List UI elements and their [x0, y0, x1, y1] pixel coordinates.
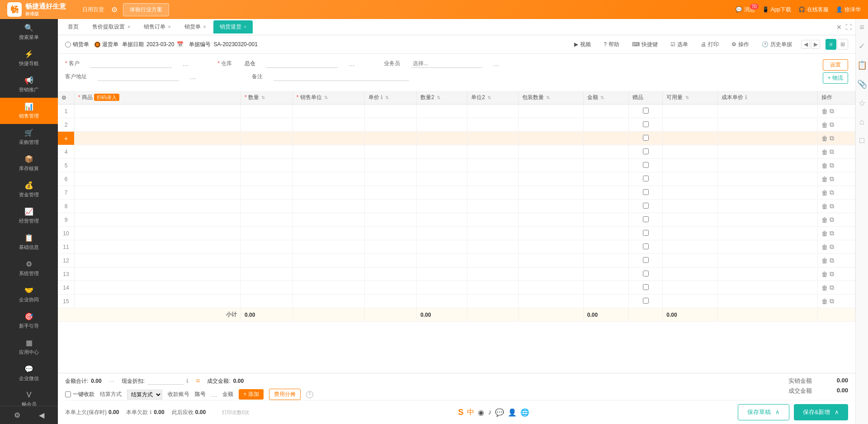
unit2-cell[interactable]	[467, 200, 518, 213]
sidebar-item-appstore[interactable]: ▦ 应用中心	[0, 334, 58, 360]
unit2-cell[interactable]	[467, 213, 518, 227]
address-input[interactable]	[98, 72, 179, 81]
discount-info-icon[interactable]: ℹ	[186, 378, 189, 384]
available-cell[interactable]	[663, 159, 718, 172]
expand-icon[interactable]: ⛶	[845, 24, 852, 31]
help-btn[interactable]: ? 帮助	[600, 39, 623, 50]
pack-qty-cell[interactable]	[518, 267, 583, 281]
amount-cell[interactable]	[583, 186, 628, 200]
unit2-cell[interactable]	[467, 132, 518, 145]
sales-unit-cell[interactable]	[292, 200, 364, 213]
right-icon-1[interactable]: ≡	[859, 23, 864, 32]
available-cell[interactable]	[663, 118, 718, 132]
operation-btn[interactable]: ⚙ 操作	[728, 39, 753, 50]
tab-sales-order[interactable]: 销售订单 ×	[137, 20, 177, 33]
cost-unit-cell[interactable]	[718, 186, 818, 200]
available-cell[interactable]	[663, 172, 718, 186]
sales-unit-cell[interactable]	[292, 186, 364, 200]
qty-cell[interactable]	[241, 227, 293, 240]
sidebar-item-member[interactable]: V 畅会员	[0, 386, 58, 406]
qty2-cell[interactable]	[417, 145, 467, 159]
amount-cell[interactable]	[583, 240, 628, 254]
gift-checkbox[interactable]	[643, 203, 649, 209]
gift-checkbox[interactable]	[643, 284, 649, 290]
available-cell[interactable]	[663, 281, 718, 295]
account-dots[interactable]: ...	[211, 391, 217, 399]
unit2-cell[interactable]	[467, 227, 518, 240]
notification-button[interactable]: 💬 消息 70	[736, 6, 755, 14]
cost-unit-cell[interactable]	[718, 295, 818, 308]
amount-cell[interactable]	[583, 159, 628, 172]
logistics-btn[interactable]: + 物流	[823, 72, 848, 84]
gift-checkbox[interactable]	[643, 135, 649, 141]
cost-unit-cell[interactable]	[718, 267, 818, 281]
delete-row-icon[interactable]: 🗑	[821, 298, 828, 305]
sales-unit-cell[interactable]	[292, 213, 364, 227]
save-draft-btn[interactable]: 保存草稿 ∧	[738, 404, 789, 420]
next-doc-btn[interactable]: ▶	[811, 40, 820, 49]
grid-view-btn[interactable]: ⊞	[837, 39, 848, 50]
add-row-btn[interactable]: +	[61, 134, 71, 143]
select-btn[interactable]: ☑ 选单	[667, 39, 692, 50]
unit2-cell[interactable]	[467, 267, 518, 281]
product-cell[interactable]	[75, 200, 241, 213]
user-profile[interactable]: 👤 徐泽华	[836, 6, 861, 14]
unit-price-cell[interactable]	[364, 227, 416, 240]
cost-unit-cell[interactable]	[718, 200, 818, 213]
right-icon-6[interactable]: ⌂	[859, 117, 864, 127]
gift-checkbox[interactable]	[643, 148, 649, 154]
amount-cell[interactable]	[583, 145, 628, 159]
unit2-cell[interactable]	[467, 118, 518, 132]
sort-qty2-icon[interactable]: ⇅	[437, 95, 440, 100]
amount-cell[interactable]	[583, 132, 628, 145]
qty-cell[interactable]	[241, 159, 293, 172]
qty-cell[interactable]	[241, 105, 293, 118]
radio-return-slip[interactable]: 退货单	[94, 41, 118, 48]
date-picker-icon[interactable]: 📅	[177, 41, 184, 48]
sales-unit-cell[interactable]	[292, 159, 364, 172]
collapse-icon[interactable]: ◀	[39, 411, 44, 419]
amount-cell[interactable]	[583, 254, 628, 267]
cost-unit-cell[interactable]	[718, 240, 818, 254]
amount-cell[interactable]	[583, 105, 628, 118]
pack-qty-cell[interactable]	[518, 186, 583, 200]
sales-unit-cell[interactable]	[292, 145, 364, 159]
pack-qty-cell[interactable]	[518, 281, 583, 295]
copy-row-icon[interactable]: ⧉	[830, 107, 834, 115]
delete-row-icon[interactable]: 🗑	[821, 162, 828, 169]
cost-unit-cell[interactable]	[718, 105, 818, 118]
unit2-cell[interactable]	[467, 254, 518, 267]
list-view-btn[interactable]: ≡	[826, 39, 836, 50]
qty-cell[interactable]	[241, 254, 293, 267]
delete-row-icon[interactable]: 🗑	[821, 230, 828, 237]
qty2-cell[interactable]	[417, 118, 467, 132]
sales-unit-cell[interactable]	[292, 240, 364, 254]
copy-row-icon[interactable]: ⧉	[830, 189, 834, 196]
cost-unit-cell[interactable]	[718, 132, 818, 145]
unit2-cell[interactable]	[467, 281, 518, 295]
unit2-cell[interactable]	[467, 105, 518, 118]
product-cell[interactable]	[75, 105, 241, 118]
sort-unit-icon[interactable]: ⇅	[324, 95, 328, 100]
unit-price-cell[interactable]	[364, 254, 416, 267]
customer-input[interactable]	[90, 59, 172, 68]
qty2-cell[interactable]	[417, 254, 467, 267]
tab-close-price-settings[interactable]: ×	[127, 24, 130, 29]
sidebar-item-guide[interactable]: 🎯 新手引导	[0, 308, 58, 334]
qty-cell[interactable]	[241, 281, 293, 295]
unit-price-cell[interactable]	[364, 240, 416, 254]
unit-price-cell[interactable]	[364, 118, 416, 132]
copy-row-icon[interactable]: ⧉	[830, 257, 834, 264]
app-download-button[interactable]: 📱 App下载	[762, 6, 791, 14]
single-debt-info-icon[interactable]: ℹ	[150, 409, 152, 415]
tab-close-sales-return[interactable]: ×	[244, 24, 247, 29]
sidebar-item-purchase[interactable]: 🛒 采购管理	[0, 124, 58, 150]
delete-row-icon[interactable]: 🗑	[821, 203, 828, 210]
amount-cell[interactable]	[583, 172, 628, 186]
product-cell[interactable]	[75, 159, 241, 172]
copy-row-icon[interactable]: ⧉	[830, 270, 834, 278]
cost-unit-cell[interactable]	[718, 172, 818, 186]
qty2-cell[interactable]	[417, 172, 467, 186]
pack-qty-cell[interactable]	[518, 159, 583, 172]
qty2-cell[interactable]	[417, 132, 467, 145]
